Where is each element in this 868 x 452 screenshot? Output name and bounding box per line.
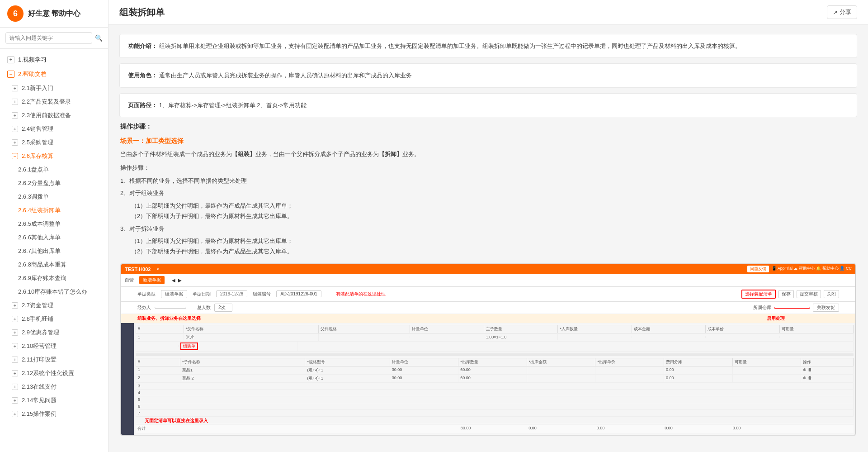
sidebar-item-new[interactable]: + 2.1新手入门 bbox=[0, 81, 108, 95]
fake-footer-cell: 0.00 bbox=[733, 426, 801, 432]
fake-input-highlight[interactable]: 组装单 bbox=[180, 343, 198, 350]
fake-cell: 1.00×1=1.0 bbox=[484, 334, 558, 340]
sidebar-item-purchase[interactable]: + 2.5采购管理 bbox=[0, 136, 108, 149]
fake-cell: ⊕ 🗑 bbox=[801, 366, 853, 374]
logo-text: 好生意 帮助中心 bbox=[28, 9, 80, 19]
fake-save[interactable]: 保存 bbox=[778, 290, 794, 298]
fake-nav-new[interactable]: 新增单据 bbox=[139, 276, 165, 284]
fake-worker[interactable] bbox=[155, 307, 186, 309]
fake-tab[interactable]: ◀ bbox=[172, 278, 175, 283]
expand-icon: + bbox=[12, 384, 18, 390]
fake-footer-cell: 0.00 bbox=[665, 426, 732, 432]
fake-cell: 7 bbox=[136, 410, 177, 416]
sidebar-item-label: 2.6库存核算 bbox=[22, 152, 53, 160]
share-button[interactable]: ↗ 分享 bbox=[827, 5, 857, 19]
fake-wh-confirm[interactable]: 关联发货 bbox=[813, 304, 839, 312]
search-input[interactable] bbox=[5, 32, 92, 44]
fake-footer-cell: 80.00 bbox=[461, 426, 528, 432]
sidebar-item-label: 2.1新手入门 bbox=[22, 84, 53, 92]
steps-intro: 操作步骤： bbox=[120, 162, 856, 173]
sidebar-item-docs[interactable]: − 2.帮助文档 + 2.1新手入门 + 2.2产品安装及登录 + 2.3使用前… bbox=[0, 67, 108, 421]
sidebar-item-videos[interactable]: + 1.视频学习 bbox=[0, 52, 108, 67]
fake-col-cost2: 成本单价 bbox=[706, 325, 779, 333]
fake-footer-cell bbox=[180, 426, 307, 432]
page-title: 组装拆卸单 bbox=[119, 6, 165, 19]
fake-cell: 30.00 bbox=[390, 366, 459, 374]
fake-close[interactable]: 关闭 bbox=[824, 290, 839, 298]
sidebar-item-adjust[interactable]: 2.6.3调拨单 bbox=[0, 190, 108, 204]
search-box[interactable]: 🔍 bbox=[0, 28, 108, 49]
sidebar-item-label: 2.8手机旺铺 bbox=[22, 315, 53, 323]
fake-wh[interactable] bbox=[774, 307, 810, 309]
sidebar-item-pay[interactable]: + 2.13在线支付 bbox=[0, 380, 108, 394]
sidebar-item-mobile[interactable]: + 2.8手机旺铺 bbox=[0, 312, 108, 326]
sidebar-item-assemble[interactable]: 2.6.4组装拆卸单 bbox=[0, 204, 108, 217]
step3-sub2: （2）下部明细为子件明细，最终作为产成品生成其它入库单。 bbox=[120, 246, 856, 257]
sidebar-item-custom[interactable]: + 2.12系统个性化设置 bbox=[0, 366, 108, 380]
fake-cell: 4 bbox=[136, 390, 177, 396]
sidebar-item-data[interactable]: + 2.3使用前数据准备 bbox=[0, 109, 108, 122]
sidebar-item-print[interactable]: + 2.11打印设置 bbox=[0, 353, 108, 366]
step3-sub1: （1）上部明细为父件明细，最终作为原材料生成其它出库单； bbox=[120, 236, 856, 246]
search-icon[interactable]: 🔍 bbox=[95, 34, 103, 42]
expand-icon: + bbox=[12, 112, 18, 119]
sidebar-item-ledger[interactable]: 2.6.9库存账本查询 bbox=[0, 271, 108, 285]
sidebar-item-label: 2.7资金管理 bbox=[22, 301, 53, 309]
fake-col: *规格型号 bbox=[305, 358, 390, 366]
fake-worker-label: 经办人 bbox=[137, 305, 151, 311]
fake-annotation-top: 有装配清单的在这里处理 bbox=[336, 291, 386, 297]
fake-doc-type-val[interactable]: 组装单据 bbox=[161, 290, 187, 298]
fake-cell bbox=[177, 390, 853, 396]
fake-doc-type: 单据类型 bbox=[137, 291, 156, 297]
fake-lower-row-3: 3 bbox=[136, 383, 854, 390]
fake-cell bbox=[558, 336, 632, 338]
fake-table-area: # *父件名称 父件规格 计量单位 主子数量 *入库数量 成本金额 成本单价 可… bbox=[134, 323, 855, 435]
fake-select-bom[interactable]: 选择装配清单 bbox=[741, 290, 776, 299]
fake-col: 费用分摊 bbox=[664, 358, 733, 366]
fake-lower-row-1: 1 菜品1 (规+4)+1 30.00 60.00 0.00 ⊕ 🗑 bbox=[136, 366, 854, 375]
logo-icon: 6 bbox=[7, 5, 24, 22]
fake-submit[interactable]: 提交审核 bbox=[797, 290, 821, 298]
step1: 1、根据不同的业务，选择不同单据的类型来处理 bbox=[120, 176, 856, 186]
fake-num-label: 总人数 bbox=[197, 305, 211, 311]
sidebar-item-partial[interactable]: 2.6.2分量盘点单 bbox=[0, 176, 108, 190]
fake-nav: 自营 新增单据 ◀ ▶ bbox=[121, 274, 855, 287]
sidebar-item-error[interactable]: 2.6.10库存账本错了怎么办 bbox=[0, 285, 108, 299]
fake-cell: 菜品 2 bbox=[180, 375, 305, 382]
sidebar-item-operation[interactable]: + 2.10经营管理 bbox=[0, 339, 108, 353]
sidebar-item-label: 2.9优惠券管理 bbox=[22, 328, 59, 337]
fake-num[interactable]: 2次 bbox=[214, 304, 232, 312]
sidebar-item-out-other[interactable]: 2.6.7其他出库单 bbox=[0, 244, 108, 258]
sidebar-item-finance[interactable]: + 2.7资金管理 bbox=[0, 299, 108, 312]
sidebar-item-goods-cost[interactable]: 2.6.8商品成本重算 bbox=[0, 258, 108, 271]
sidebar-item-label: 2.12系统个性化设置 bbox=[22, 369, 74, 377]
fake-doc-date-label: 单据日期 bbox=[193, 291, 211, 297]
sidebar-item-faq[interactable]: + 2.14常见问题 bbox=[0, 394, 108, 407]
fake-doc-num[interactable]: AD-20191226-001 bbox=[276, 290, 321, 297]
fake-doc-date[interactable]: 2019-12-26 bbox=[216, 290, 247, 297]
fake-col-unit2: *入库数量 bbox=[558, 325, 632, 333]
step3: 3、对于拆装业务 bbox=[120, 224, 856, 234]
fake-topbar-btn1[interactable]: 问题反馈 bbox=[747, 266, 769, 272]
sidebar-item-label: 2.14常见问题 bbox=[22, 396, 57, 404]
sidebar-item-coupon[interactable]: + 2.9优惠券管理 bbox=[0, 326, 108, 339]
sidebar-item-install[interactable]: + 2.2产品安装及登录 bbox=[0, 95, 108, 109]
fake-cell: 0.00 bbox=[664, 375, 733, 382]
fake-wh-label: 所属仓库 bbox=[753, 305, 771, 311]
step2: 2、对于组装业务 bbox=[120, 188, 856, 198]
sidebar-item-cost[interactable]: 2.6.5成本调整单 bbox=[0, 217, 108, 231]
fake-topbar: TEST-H002 ▾ 问题反馈 📱 AppTrial ☁ 帮助中心 🔔 帮助中… bbox=[121, 264, 855, 274]
expand-icon: + bbox=[12, 370, 18, 376]
share-icon: ↗ bbox=[833, 9, 838, 16]
sidebar-item-in-other[interactable]: 2.6.6其他入库单 bbox=[0, 231, 108, 244]
fake-topbar-actions: 问题反馈 📱 AppTrial ☁ 帮助中心 🔔 帮助中心 👤 CC bbox=[747, 266, 852, 272]
fake-col-name: *父件名称 bbox=[184, 325, 319, 333]
sidebar-item-inventory[interactable]: − 2.6库存核算 bbox=[0, 149, 108, 163]
sidebar-item-stocktake[interactable]: 2.6.1盘点单 bbox=[0, 163, 108, 176]
main-content: 组装拆卸单 ↗ 分享 功能介绍： 组装拆卸单用来处理企业组装或拆卸等加工业务，支… bbox=[108, 0, 868, 452]
sidebar-item-sales[interactable]: + 2.4销售管理 bbox=[0, 122, 108, 136]
fake-tab2[interactable]: ▶ bbox=[178, 278, 182, 283]
sidebar-item-cases[interactable]: + 2.15操作案例 bbox=[0, 407, 108, 421]
share-label: 分享 bbox=[840, 8, 851, 16]
sidebar: 6 好生意 帮助中心 🔍 + 1.视频学习 − 2.帮助文档 + bbox=[0, 0, 108, 452]
